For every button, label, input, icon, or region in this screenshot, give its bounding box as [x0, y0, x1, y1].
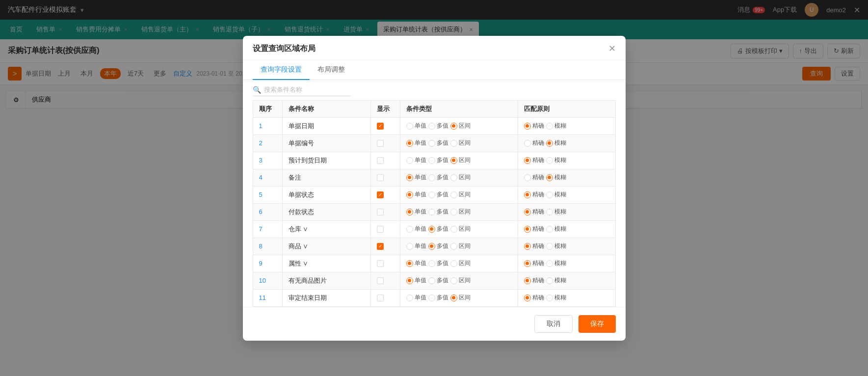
radio-btn[interactable] [406, 243, 413, 250]
radio-btn[interactable] [546, 243, 553, 250]
radio-btn[interactable] [406, 174, 413, 181]
radio-btn[interactable] [524, 295, 531, 301]
row-display-checkbox[interactable] [371, 152, 400, 169]
radio-btn[interactable] [546, 123, 553, 130]
radio-btn[interactable] [428, 295, 435, 301]
type-option[interactable]: 单值 [406, 259, 426, 268]
cancel-btn[interactable]: 取消 [534, 315, 573, 333]
radio-btn[interactable] [406, 157, 413, 164]
type-option[interactable]: 区间 [450, 208, 471, 216]
type-option[interactable]: 区间 [450, 242, 471, 250]
checkbox[interactable] [377, 209, 384, 215]
radio-btn[interactable] [450, 226, 457, 233]
checkbox[interactable] [377, 260, 384, 267]
match-option[interactable]: 精确 [524, 139, 544, 147]
type-option[interactable]: 单值 [406, 139, 426, 147]
radio-btn[interactable] [524, 243, 531, 250]
match-option[interactable]: 模糊 [546, 156, 566, 164]
match-option[interactable]: 模糊 [546, 190, 566, 199]
radio-btn[interactable] [546, 295, 553, 301]
search-input[interactable] [264, 86, 342, 93]
type-option[interactable]: 多值 [428, 259, 448, 268]
row-display-checkbox[interactable] [371, 118, 400, 134]
radio-btn[interactable] [450, 157, 457, 164]
radio-btn[interactable] [524, 260, 531, 267]
checkbox[interactable] [377, 226, 384, 233]
radio-btn[interactable] [428, 226, 435, 233]
radio-btn[interactable] [450, 123, 457, 130]
dialog-close-btn[interactable]: ✕ [608, 44, 616, 53]
radio-btn[interactable] [406, 191, 413, 198]
radio-btn[interactable] [524, 226, 531, 233]
radio-btn[interactable] [546, 157, 553, 164]
radio-btn[interactable] [546, 260, 553, 267]
match-option[interactable]: 模糊 [546, 122, 566, 130]
radio-btn[interactable] [450, 260, 457, 267]
radio-btn[interactable] [450, 243, 457, 250]
checkbox[interactable] [377, 243, 384, 250]
checkbox[interactable] [377, 191, 384, 198]
match-option[interactable]: 精确 [524, 122, 544, 130]
match-option[interactable]: 精确 [524, 276, 544, 285]
match-option[interactable]: 精确 [524, 242, 544, 250]
radio-btn[interactable] [428, 140, 435, 147]
match-option[interactable]: 模糊 [546, 139, 566, 147]
type-option[interactable]: 单值 [406, 208, 426, 216]
match-option[interactable]: 模糊 [546, 225, 566, 233]
type-option[interactable]: 区间 [450, 139, 471, 147]
row-display-checkbox[interactable] [371, 290, 400, 306]
match-option[interactable]: 模糊 [546, 276, 566, 285]
tab-query-fields[interactable]: 查询字段设置 [253, 60, 310, 80]
type-option[interactable]: 单值 [406, 276, 426, 285]
type-option[interactable]: 区间 [450, 156, 471, 164]
type-option[interactable]: 区间 [450, 173, 471, 182]
match-option[interactable]: 模糊 [546, 294, 566, 302]
type-option[interactable]: 多值 [428, 294, 448, 302]
type-option[interactable]: 多值 [428, 276, 448, 285]
radio-btn[interactable] [524, 209, 531, 215]
row-display-checkbox[interactable] [371, 204, 400, 220]
type-option[interactable]: 区间 [450, 259, 471, 268]
radio-btn[interactable] [546, 191, 553, 198]
tab-layout-adjust[interactable]: 布局调整 [310, 60, 353, 80]
type-option[interactable]: 多值 [428, 139, 448, 147]
type-option[interactable]: 多值 [428, 173, 448, 182]
radio-btn[interactable] [450, 174, 457, 181]
row-display-checkbox[interactable] [371, 255, 400, 272]
radio-btn[interactable] [428, 191, 435, 198]
match-option[interactable]: 精确 [524, 259, 544, 268]
type-option[interactable]: 多值 [428, 190, 448, 199]
row-display-checkbox[interactable] [371, 169, 400, 186]
type-option[interactable]: 区间 [450, 225, 471, 233]
radio-btn[interactable] [524, 123, 531, 130]
radio-btn[interactable] [406, 226, 413, 233]
radio-btn[interactable] [450, 295, 457, 301]
type-option[interactable]: 单值 [406, 242, 426, 250]
radio-btn[interactable] [524, 140, 531, 147]
match-option[interactable]: 精确 [524, 190, 544, 199]
radio-btn[interactable] [450, 191, 457, 198]
radio-btn[interactable] [546, 174, 553, 181]
type-option[interactable]: 单值 [406, 122, 426, 130]
match-option[interactable]: 精确 [524, 225, 544, 233]
type-option[interactable]: 多值 [428, 122, 448, 130]
row-display-checkbox[interactable] [371, 135, 400, 152]
radio-btn[interactable] [428, 123, 435, 130]
checkbox[interactable] [377, 140, 384, 147]
type-option[interactable]: 多值 [428, 208, 448, 216]
match-option[interactable]: 模糊 [546, 259, 566, 268]
match-option[interactable]: 精确 [524, 156, 544, 164]
type-option[interactable]: 区间 [450, 122, 471, 130]
radio-btn[interactable] [428, 243, 435, 250]
type-option[interactable]: 多值 [428, 242, 448, 250]
save-btn[interactable]: 保存 [579, 315, 616, 333]
type-option[interactable]: 单值 [406, 190, 426, 199]
radio-btn[interactable] [406, 140, 413, 147]
type-option[interactable]: 多值 [428, 225, 448, 233]
match-option[interactable]: 模糊 [546, 173, 566, 182]
radio-btn[interactable] [524, 157, 531, 164]
match-option[interactable]: 精确 [524, 294, 544, 302]
match-option[interactable]: 模糊 [546, 242, 566, 250]
checkbox[interactable] [377, 174, 384, 181]
radio-btn[interactable] [428, 260, 435, 267]
